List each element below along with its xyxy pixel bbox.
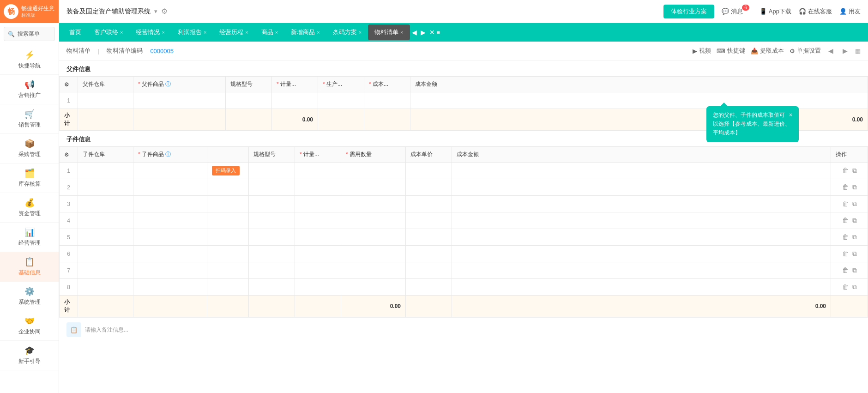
child-row-8-qty-needed[interactable] xyxy=(341,279,406,296)
sidebar-item-1[interactable]: 📢营销推广 xyxy=(0,75,59,104)
sidebar-item-2[interactable]: 🛒销售管理 xyxy=(0,104,59,134)
child-row-2-qty-needed[interactable] xyxy=(341,179,406,196)
copy-icon-6[interactable]: ⧉ xyxy=(852,250,857,258)
child-row-4-cost-amount[interactable] xyxy=(452,212,831,229)
tab-scroll-left[interactable]: ◀ xyxy=(410,28,419,37)
toolbar-next[interactable]: ▶ xyxy=(841,46,850,55)
sidebar-item-5[interactable]: 💰资金管理 xyxy=(0,193,59,223)
child-row-3-spec[interactable] xyxy=(249,196,295,212)
child-row-2-qty-unit[interactable] xyxy=(295,179,341,196)
child-row-6-qty-unit[interactable] xyxy=(295,246,341,262)
child-row-2-unit-cost[interactable] xyxy=(406,179,452,196)
sidebar-item-7[interactable]: 📋基础信息 xyxy=(0,252,59,282)
scan-button[interactable]: 扫码录入 xyxy=(212,166,240,175)
tab-new-goods-close[interactable]: × xyxy=(317,30,319,35)
child-row-1-qty-needed[interactable] xyxy=(341,163,406,179)
child-row-6-qty-needed[interactable] xyxy=(341,246,406,262)
child-row-7-warehouse[interactable] xyxy=(78,262,133,279)
child-row-7-cost-amount[interactable] xyxy=(452,262,831,279)
child-col-settings-icon[interactable]: ⚙ xyxy=(64,151,69,158)
tab-goods-close[interactable]: × xyxy=(275,30,278,35)
copy-icon-4[interactable]: ⧉ xyxy=(852,217,857,224)
settings-header-icon[interactable]: ⚙ xyxy=(161,7,168,16)
tab-bom[interactable]: 物料清单 × xyxy=(368,24,410,40)
dropdown-arrow-icon[interactable]: ▾ xyxy=(154,8,157,15)
parent-row-1-warehouse[interactable] xyxy=(78,92,133,109)
child-row-8-warehouse[interactable] xyxy=(78,279,133,296)
sidebar-item-0[interactable]: ⚡快捷导航 xyxy=(0,45,59,75)
child-row-7-product[interactable] xyxy=(133,262,207,279)
copy-icon-1[interactable]: ⧉ xyxy=(852,167,857,175)
delete-icon-7[interactable]: 🗑 xyxy=(842,266,849,274)
copy-icon-5[interactable]: ⧉ xyxy=(852,233,857,241)
child-row-1-warehouse[interactable] xyxy=(78,163,133,179)
tab-profit[interactable]: 利润报告 × xyxy=(171,24,213,40)
child-row-3-qty-needed[interactable] xyxy=(341,196,406,212)
copy-icon-3[interactable]: ⧉ xyxy=(852,200,857,208)
child-row-5-unit-cost[interactable] xyxy=(406,229,452,246)
tab-profit-close[interactable]: × xyxy=(204,30,206,35)
child-row-1-product[interactable] xyxy=(133,163,207,179)
child-row-7-unit-cost[interactable] xyxy=(406,262,452,279)
messages-button[interactable]: 💬 消息 6 xyxy=(722,7,752,16)
child-row-3-cost-amount[interactable] xyxy=(452,196,831,212)
child-row-8-qty-unit[interactable] xyxy=(295,279,341,296)
child-row-4-qty-unit[interactable] xyxy=(295,212,341,229)
user-button[interactable]: 👤 用友 xyxy=(839,7,861,16)
tab-operation-close[interactable]: × xyxy=(162,30,164,35)
tab-new-goods[interactable]: 新增商品 × xyxy=(284,24,326,40)
child-row-1-unit-cost[interactable] xyxy=(406,163,452,179)
sidebar-item-3[interactable]: 📦采购管理 xyxy=(0,134,59,163)
delete-icon-6[interactable]: 🗑 xyxy=(842,250,849,258)
app-download-button[interactable]: 📱 App下载 xyxy=(760,7,791,16)
tab-home[interactable]: 首页 xyxy=(63,24,88,40)
child-row-3-unit-cost[interactable] xyxy=(406,196,452,212)
delete-icon-1[interactable]: 🗑 xyxy=(842,167,849,175)
child-row-2-cost-amount[interactable] xyxy=(452,179,831,196)
column-settings-icon[interactable]: ⚙ xyxy=(64,81,69,88)
tab-close-all[interactable]: ✕ xyxy=(429,29,435,36)
sidebar-search[interactable]: 🔍 搜索菜单 xyxy=(0,23,59,45)
parent-row-1-cost-amount[interactable] xyxy=(410,92,868,109)
toolbar-view[interactable]: ▶ 视频 xyxy=(693,47,711,55)
copy-icon-7[interactable]: ⧉ xyxy=(852,266,857,274)
tab-barcode[interactable]: 条码方案 × xyxy=(326,24,368,40)
child-row-8-unit-cost[interactable] xyxy=(406,279,452,296)
trial-button[interactable]: 体验行业方案 xyxy=(663,5,714,18)
child-row-5-cost-amount[interactable] xyxy=(452,229,831,246)
child-row-6-product[interactable] xyxy=(133,246,207,262)
child-row-4-warehouse[interactable] xyxy=(78,212,133,229)
parent-row-1-qty[interactable] xyxy=(272,92,318,109)
tab-menu-icon[interactable]: ≡ xyxy=(437,29,440,36)
child-row-5-qty-unit[interactable] xyxy=(295,229,341,246)
child-row-1-spec[interactable] xyxy=(249,163,295,179)
parent-row-1-spec[interactable] xyxy=(226,92,272,109)
child-row-3-product[interactable] xyxy=(133,196,207,212)
tab-history[interactable]: 经营历程 × xyxy=(213,24,254,40)
child-row-5-warehouse[interactable] xyxy=(78,229,133,246)
delete-icon-4[interactable]: 🗑 xyxy=(842,217,849,224)
sidebar-item-8[interactable]: ⚙️系统管理 xyxy=(0,282,59,311)
parent-row-1-product[interactable] xyxy=(133,92,226,109)
child-row-5-product[interactable] xyxy=(133,229,207,246)
delete-icon-3[interactable]: 🗑 xyxy=(842,200,849,208)
tab-goods[interactable]: 商品 × xyxy=(255,24,284,40)
child-row-3-qty-unit[interactable] xyxy=(295,196,341,212)
tab-customer-close[interactable]: × xyxy=(120,30,123,35)
toolbar-grid-icon[interactable]: ▦ xyxy=(855,48,861,54)
child-row-1-cost-amount[interactable] xyxy=(452,163,831,179)
delete-icon-5[interactable]: 🗑 xyxy=(842,233,849,241)
child-row-7-qty-unit[interactable] xyxy=(295,262,341,279)
delete-icon-8[interactable]: 🗑 xyxy=(842,283,849,291)
child-row-4-spec[interactable] xyxy=(249,212,295,229)
search-menu-button[interactable]: 🔍 搜索菜单 xyxy=(4,27,55,41)
child-row-8-spec[interactable] xyxy=(249,279,295,296)
toolbar-cost[interactable]: 📥 提取成本 xyxy=(751,47,784,55)
tab-bom-close[interactable]: × xyxy=(400,30,403,35)
online-service-button[interactable]: 🎧 在线客服 xyxy=(799,7,832,16)
sidebar-item-4[interactable]: 🗂️库存核算 xyxy=(0,163,59,193)
tab-customer[interactable]: 客户联络 × xyxy=(88,24,129,40)
child-row-2-spec[interactable] xyxy=(249,179,295,196)
sidebar-item-10[interactable]: 🎓新手引导 xyxy=(0,341,59,370)
toolbar-prev[interactable]: ◀ xyxy=(826,46,835,55)
